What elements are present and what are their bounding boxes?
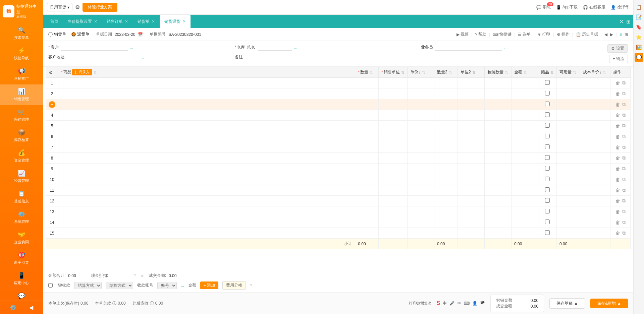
pack-cell-3[interactable] bbox=[485, 99, 512, 110]
pack-cell-9[interactable] bbox=[485, 164, 512, 174]
view-grid-icon[interactable]: ⊞ bbox=[625, 32, 628, 37]
price-cell-1[interactable] bbox=[408, 78, 434, 88]
history-button[interactable]: 📋 历史单据 bbox=[576, 32, 598, 37]
unit2-cell-4[interactable] bbox=[458, 110, 485, 121]
delete-row-2-icon[interactable]: 🗑 bbox=[615, 91, 620, 97]
one-key-payment-input[interactable] bbox=[48, 283, 53, 288]
copy-row-8-icon[interactable]: ⧉ bbox=[622, 155, 626, 161]
pack-cell-2[interactable] bbox=[485, 88, 512, 99]
avail-cell-15[interactable] bbox=[557, 228, 580, 239]
avail-cell-6[interactable] bbox=[557, 131, 580, 142]
tab-sales-return[interactable]: 销货退货✕ bbox=[160, 15, 191, 28]
price-cell-11[interactable] bbox=[408, 185, 434, 196]
gift-check-1[interactable] bbox=[545, 80, 550, 85]
copy-row-3-icon[interactable]: ⧉ bbox=[622, 102, 626, 107]
fee-help-icon[interactable]: ? bbox=[250, 283, 252, 288]
qty2-cell-13[interactable] bbox=[434, 206, 458, 217]
qty2-cell-7[interactable] bbox=[434, 142, 458, 153]
product-cell-1[interactable] bbox=[58, 78, 355, 88]
sort-qty-icon[interactable]: ⇅ bbox=[370, 70, 373, 75]
view-list-icon[interactable]: ≡ bbox=[620, 32, 622, 37]
copy-row-7-icon[interactable]: ⧉ bbox=[622, 144, 626, 150]
sidebar-item-search[interactable]: 🔍搜索菜单 bbox=[0, 23, 43, 44]
delete-row-11-icon[interactable]: 🗑 bbox=[615, 188, 620, 193]
qty-cell-4[interactable] bbox=[355, 110, 379, 121]
sidebar-settings-icon[interactable]: ⚙️ bbox=[10, 304, 16, 311]
save-new-button[interactable]: 保存&新增 ▲ bbox=[590, 299, 628, 308]
qty-cell-2[interactable] bbox=[355, 88, 379, 99]
avail-cell-7[interactable] bbox=[557, 142, 580, 153]
delete-row-8-icon[interactable]: 🗑 bbox=[615, 155, 620, 161]
delete-row-3-icon[interactable]: 🗑 bbox=[615, 102, 620, 107]
cost-info-icon[interactable]: ℹ bbox=[600, 70, 601, 75]
cost-cell-15[interactable] bbox=[580, 228, 610, 239]
avail-cell-13[interactable] bbox=[557, 206, 580, 217]
copy-row-10-icon[interactable]: ⧉ bbox=[622, 177, 626, 182]
gift-cell-3[interactable] bbox=[538, 99, 557, 110]
sidebar-collapse-icon[interactable]: ◀ bbox=[29, 304, 33, 311]
unit2-cell-5[interactable] bbox=[458, 121, 485, 131]
qty-cell-13[interactable] bbox=[355, 206, 379, 217]
gift-check-11[interactable] bbox=[545, 187, 550, 192]
cost-cell-13[interactable] bbox=[580, 206, 610, 217]
gift-check-9[interactable] bbox=[545, 166, 550, 171]
right-panel-btn-0[interactable]: 📋 bbox=[635, 3, 643, 11]
copy-row-1-icon[interactable]: ⧉ bbox=[622, 80, 626, 86]
calc-method-select[interactable]: 结算方式 bbox=[106, 282, 133, 289]
gift-cell-6[interactable] bbox=[538, 131, 557, 142]
amount-cell-8[interactable] bbox=[512, 153, 538, 164]
product-cell-15[interactable] bbox=[58, 228, 355, 239]
pack-cell-7[interactable] bbox=[485, 142, 512, 153]
address-input[interactable] bbox=[66, 54, 140, 60]
product-cell-9[interactable] bbox=[58, 164, 355, 174]
pack-cell-15[interactable] bbox=[485, 228, 512, 239]
radio-sale[interactable]: 销货单 bbox=[48, 32, 66, 37]
sidebar-item-inventory[interactable]: 📦库存核算 bbox=[0, 125, 43, 146]
calendar-icon[interactable]: 📅 bbox=[138, 32, 143, 37]
qty2-cell-4[interactable] bbox=[434, 110, 458, 121]
app-download-button[interactable]: 📱 App下载 bbox=[556, 4, 578, 10]
product-cell-3[interactable] bbox=[58, 99, 355, 110]
qty2-cell-14[interactable] bbox=[434, 217, 458, 228]
delete-row-6-icon[interactable]: 🗑 bbox=[615, 134, 620, 139]
unit-cell-14[interactable] bbox=[379, 217, 408, 228]
nav-next-icon[interactable]: ▶ bbox=[610, 32, 613, 37]
gift-check-6[interactable] bbox=[545, 134, 550, 138]
address-select-icon[interactable]: ... bbox=[142, 55, 146, 60]
gift-check-2[interactable] bbox=[545, 91, 550, 96]
delete-row-1-icon[interactable]: 🗑 bbox=[615, 80, 620, 86]
pack-cell-6[interactable] bbox=[485, 131, 512, 142]
sort-cost-icon[interactable]: ⇅ bbox=[603, 70, 606, 75]
avail-cell-5[interactable] bbox=[557, 121, 580, 131]
gift-check-4[interactable] bbox=[545, 112, 550, 117]
staff-select-icon[interactable]: ... bbox=[504, 45, 507, 50]
amount-cell-6[interactable] bbox=[512, 131, 538, 142]
qty2-cell-10[interactable] bbox=[434, 174, 458, 185]
cost-cell-6[interactable] bbox=[580, 131, 610, 142]
one-key-payment-checkbox[interactable]: 一键收款 bbox=[48, 282, 70, 288]
unit2-cell-12[interactable] bbox=[458, 196, 485, 206]
tab-home[interactable]: 首页 bbox=[46, 15, 63, 28]
radio-return[interactable]: 退货单 bbox=[71, 32, 89, 37]
price-cell-7[interactable] bbox=[408, 142, 434, 153]
amount-cell-1[interactable] bbox=[512, 78, 538, 88]
qty-cell-8[interactable] bbox=[355, 153, 379, 164]
cost-cell-1[interactable] bbox=[580, 78, 610, 88]
scan-button[interactable]: 扫码录入 bbox=[72, 69, 92, 75]
sidebar-item-sales[interactable]: 📊销售管理 bbox=[0, 84, 43, 105]
delete-row-4-icon[interactable]: 🗑 bbox=[615, 113, 620, 118]
gift-cell-11[interactable] bbox=[538, 185, 557, 196]
product-cell-14[interactable] bbox=[58, 217, 355, 228]
unit-cell-12[interactable] bbox=[379, 196, 408, 206]
right-panel-btn-2[interactable]: 🔖 bbox=[635, 23, 643, 32]
avail-cell-1[interactable] bbox=[557, 78, 580, 88]
gift-cell-10[interactable] bbox=[538, 174, 557, 185]
right-panel-btn-3[interactable]: ⭐ bbox=[635, 33, 643, 42]
amount-cell-11[interactable] bbox=[512, 185, 538, 196]
select-order-button[interactable]: ☰ 选单 bbox=[518, 32, 531, 37]
customer-select-icon[interactable]: ... bbox=[130, 45, 133, 50]
pack-cell-10[interactable] bbox=[485, 174, 512, 185]
delete-row-5-icon[interactable]: 🗑 bbox=[615, 123, 620, 129]
print-button[interactable]: 🖨 打印 bbox=[537, 32, 550, 37]
th-gear[interactable]: ⚙ bbox=[46, 67, 58, 78]
